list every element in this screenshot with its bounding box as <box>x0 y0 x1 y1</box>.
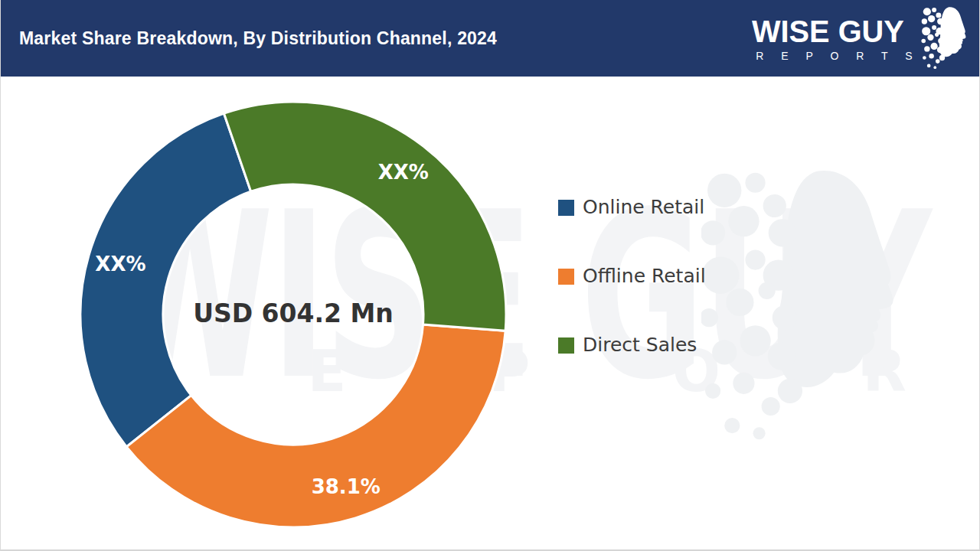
legend-item-direct-sales[interactable]: Direct Sales <box>558 334 706 356</box>
wiseguy-face-icon <box>921 5 969 72</box>
legend-item-offline-retail[interactable]: Offline Retail <box>558 266 706 287</box>
report-page: WISE GUY R E P O R T S XX%38.1%XX% USD 6… <box>0 0 980 551</box>
wiseguy-logo-text: WISE GUY R E P O R T S <box>752 15 920 62</box>
slice-label-offline-retail: 38.1% <box>312 475 381 498</box>
page-title: Market Share Breakdown, By Distribution … <box>19 0 497 77</box>
chart-legend: Online Retail Offline Retail Direct Sale… <box>558 197 706 403</box>
legend-label: Online Retail <box>583 197 704 218</box>
legend-swatch-offline-retail <box>558 269 574 285</box>
donut-chart: XX%38.1%XX% <box>1 0 980 551</box>
chart-center-value: USD 604.2 Mn <box>193 298 394 328</box>
header: Market Share Breakdown, By Distribution … <box>1 0 979 77</box>
donut-segment-direct-sales[interactable] <box>224 102 506 331</box>
legend-label: Direct Sales <box>583 334 697 356</box>
slice-label-online-retail: XX% <box>95 253 145 276</box>
legend-label: Offline Retail <box>583 266 706 287</box>
legend-swatch-online-retail <box>558 200 574 216</box>
wiseguy-logo: WISE GUY R E P O R T S <box>752 5 969 72</box>
slice-label-direct-sales: XX% <box>378 161 429 184</box>
logo-subtext: R E P O R T S <box>752 50 920 62</box>
logo-wordmark: WISE GUY <box>752 15 904 47</box>
donut-segment-online-retail[interactable] <box>80 113 251 447</box>
legend-item-online-retail[interactable]: Online Retail <box>558 197 706 218</box>
legend-swatch-direct-sales <box>558 337 574 354</box>
